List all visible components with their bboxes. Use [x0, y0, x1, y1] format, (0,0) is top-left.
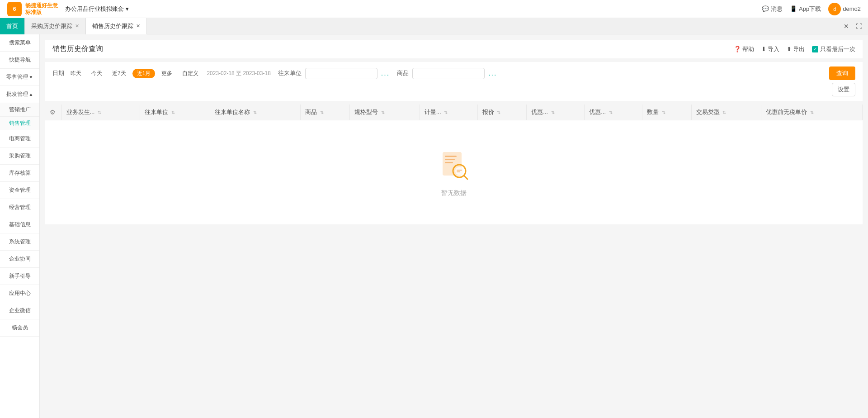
export-button[interactable]: ⬆ 导出	[787, 45, 805, 53]
date-btn-yesterday[interactable]: 昨天	[67, 69, 85, 78]
tab-sales-history[interactable]: 销售历史价跟踪 ✕	[86, 18, 147, 34]
tabbar: 首页 采购历史价跟踪 ✕ 销售历史价跟踪 ✕ ✕ ⛶	[0, 18, 868, 34]
goods-label: 商品	[397, 69, 409, 77]
tab-purchase-history[interactable]: 采购历史价跟踪 ✕	[25, 18, 86, 34]
partner-dots[interactable]: ...	[381, 69, 390, 77]
sidebar-item-marketing[interactable]: 营销推广	[0, 103, 39, 117]
sidebar-item-wholesale[interactable]: 批发管理 ▲	[0, 86, 39, 103]
sort-icon: ⇅	[551, 110, 555, 115]
svg-rect-1	[445, 156, 457, 157]
sidebar: 搜索菜单 快捷导航 零售管理 ▼ 批发管理 ▲ 营销推广 销售管理 电商管理 采	[0, 34, 40, 418]
query-button[interactable]: 查询	[829, 66, 855, 80]
tab-sales-history-close[interactable]: ✕	[136, 23, 140, 29]
chevron-up-icon: ▲	[29, 92, 33, 97]
user-profile[interactable]: d demo2	[828, 3, 861, 15]
sidebar-item-system[interactable]: 系统管理	[0, 233, 39, 251]
sort-icon: ⇅	[320, 110, 324, 115]
partner-label: 往来单位	[278, 69, 302, 77]
date-filter-group: 日期 昨天 今天 近7天 近1月 更多 自定义 2023-02-18 至 202…	[52, 69, 271, 78]
tab-purchase-history-close[interactable]: ✕	[75, 23, 79, 29]
col-partner-code[interactable]: 往来单位 ⇅	[140, 104, 210, 120]
empty-text: 暂无数据	[441, 189, 467, 197]
goods-filter-group: 商品 ...	[397, 68, 497, 79]
page-title-bar: 销售历史价查询 ❓ 帮助 ⬇ 导入 ⬆ 导出 ✓ 只看最后一次	[45, 40, 863, 58]
app-title-dropdown[interactable]: 办公用品行业模拟账套 ▾	[61, 5, 132, 13]
goods-dots[interactable]: ...	[488, 69, 497, 77]
sidebar-item-enterprise[interactable]: 企业协同	[0, 251, 39, 268]
import-button[interactable]: ⬇ 导入	[761, 45, 779, 53]
tabbar-actions: ✕ ⛶	[842, 22, 868, 31]
sidebar-item-sales-mgmt[interactable]: 销售管理	[0, 117, 39, 130]
last-only-checkbox[interactable]: ✓ 只看最后一次	[812, 45, 855, 53]
logo-icon: 6	[7, 2, 22, 16]
partner-filter-group: 往来单位 ...	[278, 68, 390, 79]
col-goods[interactable]: 商品 ⇅	[301, 104, 350, 120]
date-btn-today[interactable]: 今天	[88, 69, 106, 78]
message-button[interactable]: 💬 消息	[762, 5, 783, 13]
col-spec[interactable]: 规格型号 ⇅	[350, 104, 420, 120]
date-btn-last7[interactable]: 近7天	[108, 69, 130, 78]
topbar: 6 畅捷通好生意 标准版 办公用品行业模拟账套 ▾ 💬 消息 📱 App下载 d…	[0, 0, 868, 18]
sidebar-item-wechat[interactable]: 企业微信	[0, 302, 39, 319]
col-biz-date[interactable]: 业务发生... ⇅	[61, 104, 140, 120]
sort-icon: ⇅	[722, 110, 726, 115]
empty-illustration	[436, 147, 472, 184]
col-partner-name[interactable]: 往来单位名称 ⇅	[210, 104, 301, 120]
col-trade-type[interactable]: 交易类型 ⇅	[691, 104, 761, 120]
phone-icon: 📱	[790, 5, 797, 12]
svg-point-5	[455, 167, 463, 175]
app-download-button[interactable]: 📱 App下载	[790, 5, 821, 13]
content-area: 销售历史价查询 ❓ 帮助 ⬇ 导入 ⬆ 导出 ✓ 只看最后一次	[40, 34, 868, 418]
sidebar-item-operation[interactable]: 经营管理	[0, 199, 39, 216]
sidebar-item-basic-info[interactable]: 基础信息	[0, 216, 39, 233]
svg-rect-8	[457, 171, 460, 172]
sidebar-item-search[interactable]: 搜索菜单	[0, 34, 39, 52]
sidebar-item-shortcut[interactable]: 快捷导航	[0, 52, 39, 69]
settings-button[interactable]: 设置	[832, 83, 855, 96]
maximize-button[interactable]: ⛶	[854, 22, 863, 31]
sidebar-item-member[interactable]: 畅会员	[0, 319, 39, 337]
date-btn-more[interactable]: 更多	[158, 69, 176, 78]
dropdown-arrow-icon: ▾	[126, 5, 129, 12]
sidebar-item-inventory[interactable]: 库存核算	[0, 165, 39, 182]
col-discount1[interactable]: 优惠... ⇅	[527, 104, 585, 120]
date-label: 日期	[52, 69, 64, 77]
col-qty[interactable]: 数量 ⇅	[642, 104, 692, 120]
col-unit[interactable]: 计量... ⇅	[420, 104, 477, 120]
page-title: 销售历史价查询	[52, 44, 103, 54]
col-pretax-price[interactable]: 优惠前无税单价 ⇅	[761, 104, 863, 120]
sidebar-item-ecommerce[interactable]: 电商管理	[0, 130, 39, 147]
sort-icon: ⇅	[381, 110, 385, 115]
sort-icon: ⇅	[444, 110, 448, 115]
close-tab-button[interactable]: ✕	[842, 22, 851, 31]
main-layout: 搜索菜单 快捷导航 零售管理 ▼ 批发管理 ▲ 营销推广 销售管理 电商管理 采	[0, 34, 868, 418]
date-btn-custom[interactable]: 自定义	[179, 69, 202, 78]
col-discount2[interactable]: 优惠... ⇅	[585, 104, 642, 120]
col-settings: ⚙	[45, 104, 61, 120]
filter-bar: 日期 昨天 今天 近7天 近1月 更多 自定义 2023-02-18 至 202…	[45, 62, 863, 101]
col-quote[interactable]: 报价 ⇅	[477, 104, 527, 120]
sidebar-item-finance[interactable]: 资金管理	[0, 182, 39, 199]
partner-input[interactable]	[305, 68, 377, 79]
tab-home[interactable]: 首页	[0, 18, 25, 34]
data-table-container: ⚙ 业务发生... ⇅ 往来单位 ⇅ 往来单位名称 ⇅	[45, 104, 863, 224]
avatar: d	[828, 3, 841, 15]
svg-line-6	[464, 176, 467, 179]
sort-icon: ⇅	[609, 110, 613, 115]
sort-icon: ⇅	[253, 110, 257, 115]
empty-state: 暂无数据	[45, 120, 863, 224]
date-btn-last1m[interactable]: 近1月	[132, 69, 156, 78]
sidebar-item-app-center[interactable]: 应用中心	[0, 285, 39, 302]
sidebar-item-retail[interactable]: 零售管理 ▼	[0, 69, 39, 86]
sort-icon: ⇅	[171, 110, 175, 115]
goods-input[interactable]	[412, 68, 485, 79]
sort-icon: ⇅	[98, 110, 101, 115]
help-button[interactable]: ❓ 帮助	[734, 45, 754, 53]
gear-icon[interactable]: ⚙	[50, 109, 56, 116]
date-range-display: 2023-02-18 至 2023-03-18	[207, 70, 270, 77]
sidebar-item-guide[interactable]: 新手引导	[0, 268, 39, 285]
topbar-right: 💬 消息 📱 App下载 d demo2	[762, 3, 861, 15]
sidebar-item-purchase[interactable]: 采购管理	[0, 147, 39, 165]
chevron-down-icon: ▼	[29, 75, 33, 80]
help-icon: ❓	[734, 46, 741, 52]
